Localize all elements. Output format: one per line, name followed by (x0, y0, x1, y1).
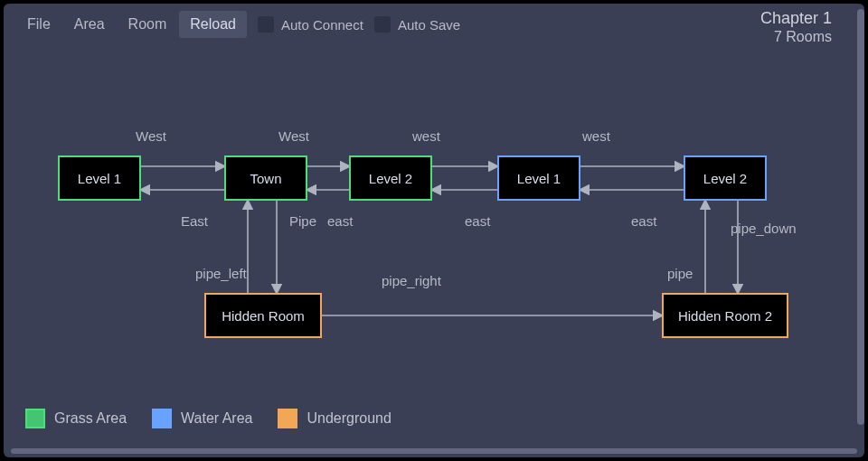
map-canvas[interactable]: Level 1 Town Level 2 Level 1 Level 2 Hid… (4, 4, 864, 457)
node-water-level2[interactable]: Level 2 (684, 155, 767, 201)
legend-label: Underground (307, 410, 391, 427)
edge-label: West (136, 128, 166, 144)
edge-label: East (181, 213, 208, 229)
legend-label: Water Area (181, 410, 252, 427)
legend-water: Water Area (152, 409, 252, 428)
node-label: Level 1 (517, 171, 561, 186)
node-label: Hidden Room 2 (678, 308, 772, 324)
legend-under: Underground (278, 409, 391, 428)
edge-label: east (465, 213, 490, 229)
edge-label: pipe_left (195, 266, 247, 281)
node-grass-level2[interactable]: Level 2 (349, 155, 432, 201)
legend-grass: Grass Area (25, 409, 127, 428)
node-label: Hidden Room (222, 308, 305, 324)
edge-label: West (278, 128, 309, 144)
edge-label: pipe (667, 266, 693, 281)
node-grass-level1[interactable]: Level 1 (58, 155, 141, 201)
vertical-scrollbar[interactable] (857, 9, 864, 425)
node-label: Level 2 (703, 171, 747, 186)
node-label: Level 2 (369, 171, 412, 186)
swatch-icon (25, 409, 45, 428)
node-label: Town (250, 171, 281, 186)
edge-label: west (582, 128, 610, 144)
edge-label: west (412, 128, 440, 144)
legend-label: Grass Area (54, 410, 127, 427)
node-hidden-room[interactable]: Hidden Room (204, 293, 322, 338)
node-label: Level 1 (78, 171, 121, 186)
node-water-level1[interactable]: Level 1 (497, 155, 580, 201)
app-window: File Area Room Reload Auto Connect Auto … (4, 4, 864, 457)
edge-label: east (631, 213, 656, 229)
swatch-icon (152, 409, 172, 428)
edge-label: pipe_right (382, 273, 441, 288)
edge-label: pipe_down (731, 221, 797, 236)
node-hidden-room2[interactable]: Hidden Room 2 (662, 293, 788, 338)
legend: Grass Area Water Area Underground (25, 409, 392, 428)
edge-label: Pipe (289, 213, 316, 229)
swatch-icon (278, 409, 297, 428)
edge-label: east (327, 213, 353, 229)
horizontal-scrollbar[interactable] (11, 448, 857, 454)
node-grass-town[interactable]: Town (224, 155, 307, 201)
